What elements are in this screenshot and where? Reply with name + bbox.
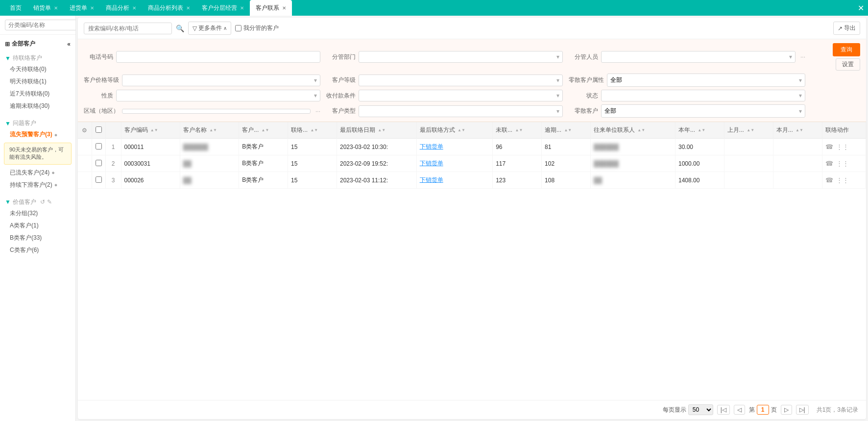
sidebar-search-input[interactable] <box>5 20 76 30</box>
tab-purchase[interactable]: 进货单 ✕ <box>64 0 100 16</box>
dept-label: 分管部门 <box>326 53 356 61</box>
sort-icon-overdue[interactable]: ▲▼ <box>564 128 572 132</box>
tab-product-analysis-label: 商品分析 <box>106 4 129 12</box>
filter-icon: ▽ <box>193 25 197 32</box>
filter-search-button[interactable]: 🔍 <box>176 25 184 32</box>
sidebar-item-a-class[interactable]: A类客户(1) <box>0 220 75 232</box>
sort-icon-method[interactable]: ▲▼ <box>458 128 465 132</box>
status-select[interactable]: ▾ <box>601 90 805 101</box>
action-contact-icon[interactable]: ☎ <box>825 160 833 167</box>
nature-select[interactable]: ▾ <box>116 90 320 101</box>
all-customers-label: 全部客户 <box>12 40 35 48</box>
settings-button[interactable]: 设置 <box>836 58 860 71</box>
nature-label: 性质 <box>84 92 113 100</box>
my-customers-checkbox[interactable] <box>235 25 241 31</box>
tab-product-list-close[interactable]: ✕ <box>186 5 190 11</box>
page-label-prefix: 第 <box>749 406 755 414</box>
edit-icon[interactable]: ✎ <box>47 198 52 205</box>
first-page-button[interactable]: |◁ <box>717 405 730 415</box>
row-checkbox-0[interactable] <box>96 143 102 149</box>
zero-retail-select[interactable]: 全部 ▾ <box>601 104 805 118</box>
sort-icon-unit[interactable]: ▲▼ <box>637 128 645 132</box>
query-button[interactable]: 查询 <box>833 43 860 56</box>
person-select[interactable]: ▾ <box>601 51 796 63</box>
td-this-year: 1000.00 <box>675 155 724 172</box>
sidebar-item-tomorrow[interactable]: 明天待联络(1) <box>0 75 75 88</box>
gear-icon[interactable]: ⚙ <box>82 127 87 134</box>
td-action: ☎ ⋮⋮ <box>822 155 866 172</box>
sidebar-item-at-risk[interactable]: 流失预警客户(3) ● <box>0 128 75 141</box>
td-name: ██ <box>180 172 239 189</box>
sidebar-item-declining[interactable]: 持续下滑客户(2) ● <box>0 179 75 191</box>
sidebar-item-week[interactable]: 近7天待联络(0) <box>0 88 75 100</box>
tab-product-list[interactable]: 商品分析列表 ✕ <box>142 0 196 16</box>
region-select[interactable] <box>122 109 311 114</box>
tab-product-analysis-close[interactable]: ✕ <box>132 5 136 11</box>
tab-sales-close[interactable]: ✕ <box>54 5 58 11</box>
td-num: 3 <box>105 172 121 189</box>
sort-icon-name[interactable]: ▲▼ <box>209 128 217 132</box>
window-close-icon[interactable]: ✕ <box>858 3 864 13</box>
action-contact-icon[interactable]: ☎ <box>825 176 833 184</box>
sidebar-item-today[interactable]: 今天待联络(0) <box>0 63 75 75</box>
next-page-button[interactable]: ▷ <box>781 405 792 415</box>
tab-home[interactable]: 首页 <box>4 0 27 16</box>
collapse-icon[interactable]: « <box>67 41 71 48</box>
export-button[interactable]: ↗ 导出 <box>833 22 860 35</box>
price-level-select[interactable]: ▾ <box>122 74 320 86</box>
filter-more-conditions-button[interactable]: ▽ 更多条件 ∧ <box>188 22 231 35</box>
last-page-button[interactable]: ▷| <box>796 405 809 415</box>
tab-customer-layer[interactable]: 客户分层经营 ✕ <box>196 0 250 16</box>
refresh-icon[interactable]: ↺ <box>40 198 45 205</box>
payment-select[interactable]: ▾ <box>359 90 563 101</box>
sidebar-item-overdue[interactable]: 逾期未联络(30) <box>0 100 75 112</box>
select-all-checkbox[interactable] <box>96 126 102 133</box>
sort-icon-last-month[interactable]: ▲▼ <box>747 128 754 132</box>
action-more-icon[interactable]: ⋮⋮ <box>836 143 849 150</box>
row-checkbox-2[interactable] <box>96 176 102 183</box>
td-this-month <box>773 172 822 189</box>
help-icon-3: ● <box>54 182 58 188</box>
prev-page-button[interactable]: ◁ <box>734 405 745 415</box>
adv-filter-row-2: 客户价格等级 ▾ 客户等级 ▾ 零散客户属性 全部 <box>84 74 860 87</box>
tab-customer-layer-close[interactable]: ✕ <box>240 5 244 11</box>
my-customers-label: 我分管的客户 <box>243 24 279 32</box>
customer-type-select[interactable]: ▾ <box>359 105 563 117</box>
sort-icon-code[interactable]: ▲▼ <box>150 128 158 132</box>
sort-icon-not-contacted[interactable]: ▲▼ <box>515 128 523 132</box>
sort-icon-contact[interactable]: ▲▼ <box>310 128 318 132</box>
sidebar-all-customers[interactable]: ⊞ 全部客户 « <box>0 37 75 51</box>
tab-sales[interactable]: 销货单 ✕ <box>27 0 64 16</box>
person-dots[interactable]: ··· <box>800 53 805 60</box>
td-contact: 15 <box>288 172 337 189</box>
zero-retail-attr-select[interactable]: 全部 ▾ <box>607 74 805 87</box>
my-customers-checkbox-area[interactable]: 我分管的客户 <box>235 24 279 32</box>
tab-purchase-close[interactable]: ✕ <box>90 5 94 11</box>
tab-customer-contact-close[interactable]: ✕ <box>282 5 286 11</box>
dept-select[interactable]: ▾ <box>359 51 563 63</box>
per-page-select[interactable]: 50 100 200 <box>688 404 713 415</box>
filter-search-input[interactable] <box>84 23 172 34</box>
row-checkbox-1[interactable] <box>96 160 102 166</box>
customer-level-select[interactable]: ▾ <box>359 74 563 86</box>
td-type: B类客户 <box>239 155 288 172</box>
td-code: 00030031 <box>121 155 180 172</box>
sidebar-item-b-class[interactable]: B类客户(33) <box>0 232 75 244</box>
th-not-contacted: 未联... ▲▼ <box>493 122 542 139</box>
sort-icon-this-month[interactable]: ▲▼ <box>796 128 803 132</box>
sidebar-item-lost[interactable]: 已流失客户(24) ● <box>0 167 75 179</box>
action-contact-icon[interactable]: ☎ <box>825 143 833 150</box>
tab-product-analysis[interactable]: 商品分析 ✕ <box>100 0 142 16</box>
sort-icon-year[interactable]: ▲▼ <box>698 128 705 132</box>
sidebar-item-c-class[interactable]: C类客户(6) <box>0 244 75 256</box>
td-type: B类客户 <box>239 172 288 189</box>
action-more-icon[interactable]: ⋮⋮ <box>836 176 849 184</box>
phone-input[interactable] <box>116 51 320 63</box>
action-more-icon[interactable]: ⋮⋮ <box>836 160 849 167</box>
sort-icon-date[interactable]: ▲▼ <box>378 128 386 132</box>
zero-retail-value: 全部 <box>604 107 616 115</box>
region-dots[interactable]: ··· <box>315 108 320 115</box>
sort-icon-type[interactable]: ▲▼ <box>262 128 269 132</box>
tab-customer-contact[interactable]: 客户联系 ✕ <box>250 0 292 16</box>
sidebar-item-ungrouped[interactable]: 未分组(32) <box>0 207 75 220</box>
